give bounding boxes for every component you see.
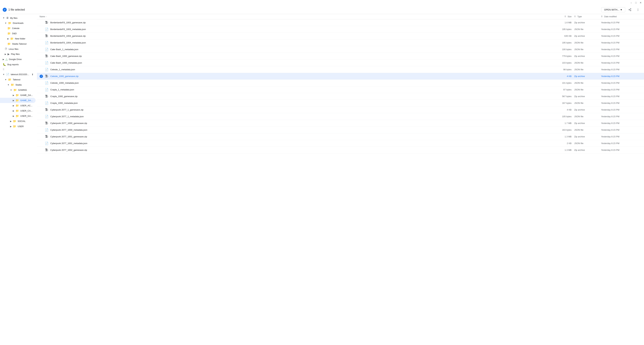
linux-icon: ⏱: [5, 48, 8, 50]
sidebar-item-user-ga[interactable]: ▶ 📁 USER_GA...: [0, 114, 36, 118]
file-name-cell: 📄 Borderlands®3_1004_metadata.json: [40, 41, 554, 44]
col-header-type[interactable]: ⠿ Type: [574, 16, 601, 18]
file-type-icon: 📄: [44, 142, 49, 145]
celeste-folder-icon: 📁: [8, 27, 11, 30]
file-name-label: Celeste_1_metadata.json: [50, 68, 75, 71]
file-type: JSON file: [574, 115, 601, 118]
file-type: Zip archive: [574, 149, 601, 151]
sidebar-item-game-da[interactable]: ▶ 📁 GAME_DA...: [0, 92, 36, 98]
file-type-icon: 📄: [44, 128, 49, 132]
table-row[interactable]: 🗜 Cyberpunk 2077_1002_gamesave.zip 1.3 M…: [37, 147, 644, 154]
table-row[interactable]: 🗜 Borderlands®3_1003_gamesave.zip 1.6 MB…: [37, 19, 644, 26]
sidebar-item-my-files[interactable]: ▼ 🖥 My files: [0, 16, 36, 20]
file-name-cell: 📄 Cyberpunk 2077_1001_metadata.json: [40, 142, 554, 145]
file-size: 101 bytes: [554, 82, 574, 84]
sidebar-item-game-sa[interactable]: ▶ 📁 GAME_SA...: [0, 98, 36, 103]
sidebar-item-downloads[interactable]: ▼ 📁 Downloads: [0, 20, 36, 26]
sort-ascending-icon: ↑: [46, 16, 46, 18]
sidebar-item-user-ca[interactable]: ▶ 📁 USER_CA...: [0, 108, 36, 114]
file-date: Yesterday 8:15 PM: [601, 108, 634, 111]
sidebar-item-social[interactable]: ▶ 📁 SOCIAL: [0, 118, 36, 124]
takeout-folder-icon: 📁: [8, 78, 12, 81]
table-row[interactable]: 🗜 Cake Bash_1000_gamesave.zip 779 bytes …: [37, 53, 644, 60]
table-row[interactable]: 🗜 Cyberpunk 2077_1001_gamesave.zip 1.3 M…: [37, 133, 644, 140]
file-type-icon: 🗜: [44, 108, 49, 112]
sidebar-item-stadia-takeout[interactable]: 📁 Stadia Takeout: [0, 41, 36, 46]
sidebar-item-gaming[interactable]: ▼ 📁 GAMING: [0, 88, 36, 92]
col-header-date[interactable]: ⠿ Date modified: [601, 16, 634, 18]
file-date: Yesterday 8:15 PM: [601, 122, 634, 124]
sidebar-item-user[interactable]: ▶ 📁 USER: [0, 124, 36, 129]
maximize-button[interactable]: □: [634, 1, 638, 5]
sidebar-item-celeste[interactable]: 📁 Celeste: [0, 26, 36, 31]
share-button[interactable]: [626, 6, 633, 13]
downloads-folder-icon: 📁: [8, 22, 12, 25]
table-row[interactable]: 📄 Celeste_1000_metadata.json 101 bytes J…: [37, 80, 644, 86]
sidebar-item-linux-files[interactable]: ⏱ Linux files: [0, 46, 36, 52]
svg-point-0: [630, 8, 631, 9]
more-options-button[interactable]: [634, 6, 641, 13]
file-name-cell: 📄 Crayta_1_metadata.json: [40, 88, 554, 92]
file-name-cell: 📄 Cake Bash_1_metadata.json: [40, 48, 554, 51]
topbar-actions: OPEN WITH... ▼: [601, 6, 641, 13]
file-date: Yesterday 8:15 PM: [601, 62, 634, 64]
svg-point-6: [638, 10, 638, 10]
sidebar-item-takeout-file[interactable]: ▼ 📄 takeout-20210202T0... ⬆: [0, 72, 36, 77]
file-size: 98 bytes: [554, 68, 574, 71]
file-type-icon: 🗜: [44, 54, 49, 58]
table-row[interactable]: 📄 Crayta_1_metadata.json 97 bytes JSON f…: [37, 86, 644, 93]
file-size: 567 bytes: [554, 95, 574, 98]
user-ga-folder-icon: 📁: [16, 114, 19, 118]
file-date: Yesterday 8:15 PM: [601, 88, 634, 91]
file-size: 1.3 MB: [554, 135, 574, 138]
table-row[interactable]: 📄 Celeste_1_metadata.json 98 bytes JSON …: [37, 66, 644, 73]
table-row[interactable]: 📄 Cyberpunk 2077_1001_metadata.json 2 KB…: [37, 140, 644, 147]
user-ac-folder-icon: 📁: [16, 104, 19, 107]
file-date: Yesterday 8:15 PM: [601, 129, 634, 131]
sidebar-item-takeout[interactable]: ▼ 📁 Takeout: [0, 77, 36, 82]
table-row[interactable]: 🗜 Celeste_1000_gamesave.zip 4 KB Zip arc…: [37, 73, 644, 80]
file-size: 779 bytes: [554, 55, 574, 57]
table-row[interactable]: 📄 Borderlands®3_1004_metadata.json 195 b…: [37, 40, 644, 46]
col-header-size[interactable]: ⠿ Size: [554, 16, 574, 18]
table-row[interactable]: 📄 Cyberpunk 2077_1000_metadata.json 163 …: [37, 127, 644, 133]
table-row[interactable]: 📄 Cake Bash_1_metadata.json 100 bytes JS…: [37, 46, 644, 53]
col-type-label: Type: [578, 16, 582, 18]
file-name-cell: 📄 Borderlands®3_1003_metadata.json: [40, 28, 554, 31]
main-layout: ▼ 🖥 My files ▼ 📁 Downloads 📁 Celeste 📁 D…: [0, 14, 644, 345]
user-label: USER: [18, 125, 34, 128]
minimize-button[interactable]: –: [629, 1, 633, 5]
sidebar-item-dnd[interactable]: 📁 D&D: [0, 31, 36, 36]
table-row[interactable]: 📄 Cyberpunk 2077_1_metadata.json 105 byt…: [37, 113, 644, 120]
file-name-label: Cake Bash_1_metadata.json: [50, 48, 78, 51]
sidebar-item-play-files[interactable]: ▶ ▶ Play files: [0, 52, 36, 57]
table-row[interactable]: 📄 Cake Bash_1000_metadata.json 103 bytes…: [37, 60, 644, 66]
table-row[interactable]: 📄 Borderlands®3_1003_metadata.json 195 b…: [37, 26, 644, 33]
table-row[interactable]: 🗜 Cyberpunk 2077_1_gamesave.zip 4 KB Zip…: [37, 106, 644, 113]
sidebar-item-user-ac[interactable]: ▶ 📁 USER_AC...: [0, 103, 36, 108]
expand-user-ga-icon: ▶: [13, 115, 14, 117]
file-size: 100 bytes: [554, 48, 574, 51]
sidebar-item-stadia[interactable]: ▼ 📁 Stadia: [0, 82, 36, 88]
table-row[interactable]: 🗜 Cyberpunk 2077_1000_gamesave.zip 1.7 M…: [37, 120, 644, 127]
file-size: 195 bytes: [554, 42, 574, 44]
close-button[interactable]: ✕: [639, 1, 643, 5]
col-header-name[interactable]: Name ↑: [40, 16, 554, 18]
table-row[interactable]: 🗜 Borderlands®3_1004_gamesave.zip 635 KB…: [37, 33, 644, 40]
file-type: JSON file: [574, 62, 601, 64]
stadia-folder-icon: 📁: [11, 83, 14, 86]
table-row[interactable]: 🗜 Crayta_1000_gamesave.zip 567 bytes Zip…: [37, 93, 644, 100]
gaming-folder-icon: 📁: [14, 88, 17, 92]
file-name-cell: 🗜 Borderlands®3_1004_gamesave.zip: [40, 34, 554, 38]
expand-game-da-icon: ▶: [13, 94, 14, 96]
file-check-placeholder: [40, 95, 43, 98]
table-row[interactable]: 📄 Crayta_1000_metadata.json 167 bytes JS…: [37, 100, 644, 106]
takeout-file-label: takeout-20210202T0...: [11, 73, 30, 76]
sidebar-item-new-folder[interactable]: ▶ 📁 New folder: [0, 36, 36, 41]
file-type: JSON file: [574, 102, 601, 104]
stadia-takeout-folder-icon: 📁: [8, 42, 11, 46]
file-type: JSON file: [574, 88, 601, 91]
sidebar-item-bug-reports[interactable]: 🐛 Bug reports: [0, 62, 36, 67]
open-with-button[interactable]: OPEN WITH... ▼: [601, 7, 625, 12]
sidebar-item-google-drive[interactable]: ▶ △ Google Drive: [0, 57, 36, 62]
